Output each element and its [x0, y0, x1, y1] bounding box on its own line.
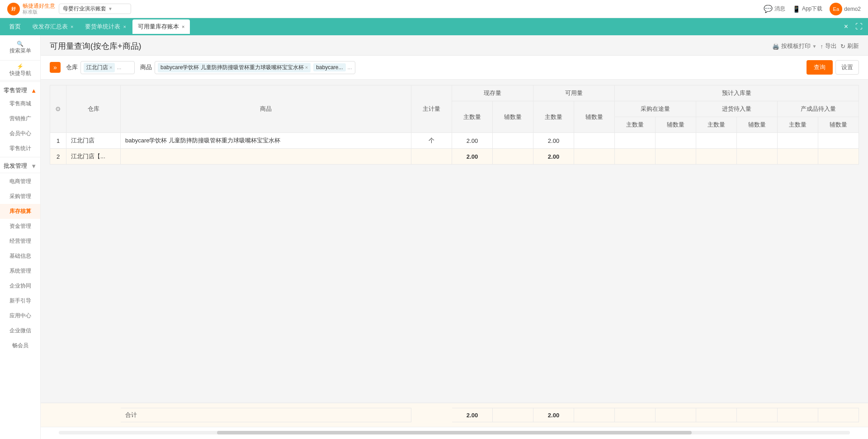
sidebar-item-members[interactable]: 会员中心	[0, 126, 40, 141]
sidebar-item-marketing[interactable]: 营销推广	[0, 111, 40, 126]
sidebar-item-app-center[interactable]: 应用中心	[0, 308, 40, 323]
totals-empty-3	[411, 408, 452, 422]
th-current-main: 主数量	[452, 101, 493, 133]
row-1-product: babycare学饮杯 儿童防摔防撞吸管杯重力球吸嘴杯宝宝水杯	[121, 133, 411, 149]
sidebar-item-purchase[interactable]: 采购管理	[0, 189, 40, 204]
top-bar-right: 💬 消息 📱 App下载 Ea demo2	[764, 3, 861, 15]
tab-receipt-summary[interactable]: 收发存汇总表 ×	[27, 19, 79, 34]
toggle-icon: ▲	[31, 87, 37, 94]
close-tab-btn[interactable]: ×	[842, 21, 850, 33]
maximize-btn[interactable]: ⛶	[854, 21, 864, 33]
sidebar: 🔍 搜索菜单 ⚡ 快捷导航 零售管理 ▲ 零售商城 营销推广 会员中心 零售统计…	[0, 35, 41, 439]
th-incoming-aux: 辅数量	[737, 117, 778, 133]
main-layout: 🔍 搜索菜单 ⚡ 快捷导航 零售管理 ▲ 零售商城 营销推广 会员中心 零售统计…	[0, 35, 868, 439]
row-1-current-aux	[493, 133, 533, 149]
tab-available-ledger[interactable]: 可用量库存账本 ×	[132, 19, 190, 34]
tab-available-ledger-close[interactable]: ×	[182, 24, 184, 29]
query-button[interactable]: 查询	[807, 60, 833, 75]
tab-order-stats[interactable]: 要货单统计表 ×	[80, 19, 131, 34]
sidebar-item-retail-mall[interactable]: 零售商城	[0, 96, 40, 111]
sidebar-item-system[interactable]: 系统管理	[0, 264, 40, 279]
app-download-button[interactable]: 📱 App下载	[793, 5, 822, 13]
warehouse-label: 仓库	[66, 63, 78, 71]
row-1-warehouse: 江北门店	[66, 133, 121, 149]
row-2-available-main: 2.00	[533, 149, 574, 165]
page-actions: 🖨️ 按模板打印 ▼ ↑ 导出 ↻ 刷新	[772, 42, 859, 50]
th-current-aux: 辅数量	[493, 101, 533, 133]
sidebar-item-basic-info[interactable]: 基础信息	[0, 249, 40, 264]
totals-available-main: 2.00	[533, 408, 574, 422]
settings-button[interactable]: 设置	[835, 60, 859, 75]
quick-nav-button[interactable]: ⚡ 快捷导航	[0, 61, 40, 80]
page-title: 可用量查询(按仓库+商品)	[50, 41, 142, 52]
warehouse-input[interactable]: 江北门店 × ...	[80, 61, 135, 74]
totals-label: 合计	[121, 408, 411, 422]
export-button[interactable]: ↑ 导出	[821, 42, 837, 50]
refresh-button[interactable]: ↻ 刷新	[840, 42, 859, 50]
user-menu[interactable]: Ea demo2	[830, 3, 861, 15]
toggle-icon-2: ▼	[31, 163, 37, 170]
th-available: 可用量	[533, 85, 615, 101]
gear-icon[interactable]: ⚙	[55, 105, 61, 113]
quick-nav-icon: ⚡	[17, 63, 24, 70]
table-row: 2 江北门店【... 2.00 2.00	[50, 149, 859, 165]
warehouse-tag-close[interactable]: ×	[109, 65, 112, 70]
sidebar-item-finance[interactable]: 资金管理	[0, 219, 40, 234]
filter-actions: 查询 设置	[807, 60, 859, 75]
print-dropdown-icon: ▼	[812, 44, 817, 49]
sidebar-item-enterprise-collab[interactable]: 企业协同	[0, 279, 40, 293]
product-input[interactable]: babycare学饮杯 儿童防摔防撞吸管杯重力球吸嘴杯宝宝水杯 × babyca…	[155, 61, 355, 74]
row-2-warehouse: 江北门店【...	[66, 149, 121, 165]
search-menu-button[interactable]: 🔍 搜索菜单	[4, 39, 37, 57]
th-incoming-main: 主数量	[696, 117, 737, 133]
th-production-aux: 辅数量	[818, 117, 859, 133]
th-available-aux: 辅数量	[574, 101, 615, 133]
row-2-purchase-aux	[656, 149, 696, 165]
th-warehouse: 仓库	[66, 85, 121, 133]
scroll-thumb[interactable]	[217, 431, 692, 434]
sidebar-item-inventory[interactable]: 库存核算	[0, 204, 40, 219]
account-dropdown[interactable]: 母婴行业演示账套 ▼	[59, 4, 131, 14]
logo-text: 畅捷通好生意 标准版	[23, 3, 55, 15]
row-1-num: 1	[50, 133, 66, 149]
tab-receipt-summary-close[interactable]: ×	[71, 24, 73, 29]
print-button[interactable]: 🖨️ 按模板打印 ▼	[772, 42, 817, 50]
row-1-available-main: 2.00	[533, 133, 574, 149]
sidebar-divider-2	[0, 157, 40, 157]
sidebar-item-vip[interactable]: 畅会员	[0, 338, 40, 353]
page-header: 可用量查询(按仓库+商品) 🖨️ 按模板打印 ▼ ↑ 导出 ↻ 刷新	[41, 35, 868, 56]
more-icon: ...	[117, 64, 121, 71]
row-2-current-aux	[493, 149, 533, 165]
sidebar-item-operations[interactable]: 经营管理	[0, 234, 40, 249]
th-settings: ⚙	[50, 85, 66, 133]
top-bar-left: 好 畅捷通好生意 标准版 母婴行业演示账套 ▼	[7, 3, 131, 15]
sidebar-item-newbie-guide[interactable]: 新手引导	[0, 293, 40, 308]
sidebar-divider-1	[0, 81, 40, 82]
row-2-unit	[411, 149, 452, 165]
message-button[interactable]: 💬 消息	[764, 5, 785, 13]
horizontal-scrollbar[interactable]	[59, 431, 850, 434]
sidebar-section-wholesale[interactable]: 批发管理 ▼	[0, 158, 40, 172]
totals-table: 合计 2.00 2.00	[50, 408, 859, 422]
logo-icon: 好	[7, 3, 20, 15]
th-current-stock: 现存量	[452, 85, 533, 101]
tab-bar-actions: × ⛶	[842, 21, 864, 33]
sidebar-item-ecommerce[interactable]: 电商管理	[0, 174, 40, 189]
totals-incoming-main	[696, 408, 737, 422]
tab-order-stats-close[interactable]: ×	[123, 24, 126, 29]
sidebar-search: 🔍 搜索菜单	[0, 35, 40, 61]
row-1-available-aux	[574, 133, 615, 149]
tab-home[interactable]: 首页	[4, 19, 26, 34]
expand-filter-button[interactable]: »	[50, 62, 61, 73]
sidebar-item-enterprise-wechat[interactable]: 企业微信	[0, 323, 40, 338]
totals-production-aux	[818, 408, 859, 422]
totals-available-aux	[574, 408, 615, 422]
th-product: 商品	[121, 85, 411, 133]
row-2-product	[121, 149, 411, 165]
product-tag-1-close[interactable]: ×	[305, 65, 308, 70]
table-area: ⚙ 仓库 商品 主计量 现存量 可用量 预计入库量 主数量 辅数量 主数量 辅数…	[41, 80, 868, 402]
sidebar-section-retail[interactable]: 零售管理 ▲	[0, 83, 40, 96]
row-2-incoming-main	[696, 149, 737, 165]
sidebar-item-retail-stats[interactable]: 零售统计	[0, 141, 40, 156]
row-2-production-main	[778, 149, 818, 165]
